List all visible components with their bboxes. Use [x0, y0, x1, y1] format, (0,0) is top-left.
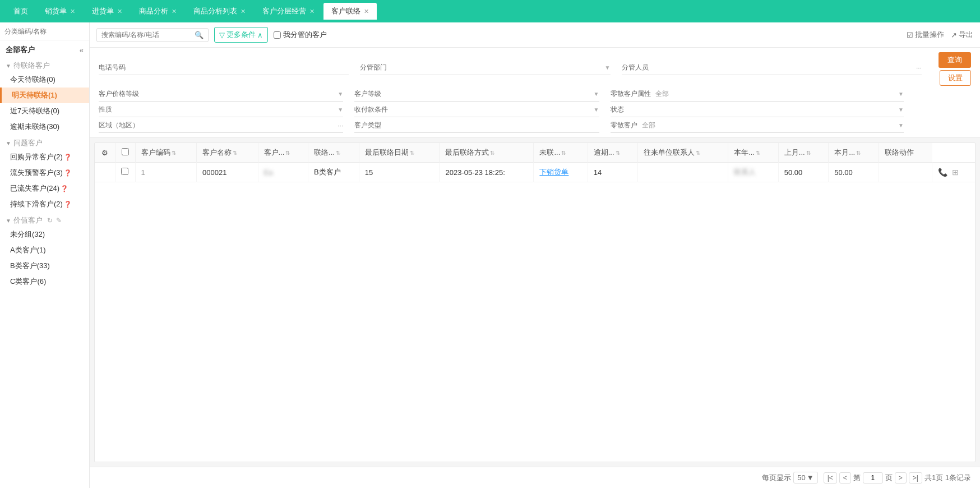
help-icon-2: ❓ [64, 169, 72, 177]
toolbar-search-input[interactable] [101, 31, 192, 39]
filter-region-dots[interactable]: ··· [338, 122, 343, 130]
th-name[interactable]: 客户名称⇅ [197, 143, 258, 163]
sidebar-item-tomorrow[interactable]: 明天待联络(1) [0, 88, 89, 103]
th-checkbox-input[interactable] [122, 148, 129, 155]
sidebar-item-churn-warning[interactable]: 流失预警客户(3) ❓ [0, 165, 89, 181]
filter-retail-attr-label: 零散客户属性 [611, 89, 651, 99]
filter-retail-customer-select[interactable]: 全部 ▼ [642, 121, 904, 130]
td-category: B类客户 [308, 163, 359, 182]
th-this-month[interactable]: 本月...⇅ [829, 143, 879, 163]
filter-payment-terms-select[interactable]: ▼ [392, 107, 599, 113]
th-last-month[interactable]: 上月...⇅ [778, 143, 829, 163]
filter-price-level-select[interactable]: ▼ [144, 91, 343, 97]
sidebar-item-ungrouped[interactable]: 未分组(32) [0, 227, 89, 242]
filter-nature-select[interactable]: ▼ [117, 107, 343, 113]
nav-customer-contact-close[interactable]: ✕ [364, 8, 369, 15]
filter-region-select[interactable]: ··· [144, 122, 343, 130]
my-customers-check[interactable]: 我分管的客户 [274, 30, 327, 40]
filter-customer-level: 客户等级 ▼ [354, 89, 599, 102]
td-row-checkbox[interactable] [121, 168, 128, 175]
th-this-year[interactable]: 本年...⇅ [728, 143, 779, 163]
settings-button[interactable]: 设置 [940, 70, 971, 86]
th-no-contact[interactable]: 未联...⇅ [534, 143, 588, 163]
last-method-link[interactable]: 下销货单 [539, 168, 568, 176]
sidebar-item-class-c[interactable]: C类客户(6) [0, 274, 89, 289]
help-icon-4: ❓ [64, 201, 72, 208]
td-checkbox[interactable] [115, 163, 135, 182]
nav-product-analysis[interactable]: 商品分析 ✕ [131, 3, 184, 20]
filter-retail-attr-arrow: ▼ [898, 91, 904, 97]
th-gear[interactable]: ⚙ [95, 143, 115, 163]
page-number-input[interactable] [863, 472, 883, 484]
nav-purchase-order[interactable]: 进货单 ✕ [84, 3, 130, 20]
sidebar-group-problem[interactable]: ▼ 问题客户 [0, 135, 89, 149]
th-contacts[interactable]: 联络...⇅ [308, 143, 359, 163]
my-customers-checkbox[interactable] [274, 31, 281, 39]
filter-row-4: 区域（地区） ··· 客户类型 零散客户 全部 ▼ [99, 121, 971, 133]
value-customer-edit[interactable]: ✎ [56, 217, 62, 224]
filter-status-arrow: ▼ [898, 107, 904, 113]
filter-manager-select[interactable]: ··· [653, 64, 922, 72]
nav-purchase-order-close[interactable]: ✕ [117, 8, 122, 15]
nav-customer-contact[interactable]: 客户联络 ✕ [323, 3, 377, 20]
filter-region-label: 区域（地区） [99, 121, 139, 130]
page-prev-btn[interactable]: < [839, 472, 851, 484]
sidebar-group-value[interactable]: ▼ 价值客户 ↻ ✎ [0, 212, 89, 227]
page-first-btn[interactable]: |< [824, 472, 837, 484]
value-customer-refresh[interactable]: ↻ [47, 217, 53, 224]
th-last-date-sort: ⇅ [410, 150, 414, 156]
nav-product-analysis-list[interactable]: 商品分析列表 ✕ [186, 3, 253, 20]
page-size-select: 每页显示 50 ▼ [762, 472, 817, 484]
th-overdue[interactable]: 逾期...⇅ [588, 143, 638, 163]
per-page-label: 每页显示 [762, 473, 791, 483]
action-grid-icon[interactable]: ⊞ [952, 168, 959, 177]
th-last-method[interactable]: 最后联络方式⇅ [440, 143, 534, 163]
filter-phone-input[interactable] [130, 64, 349, 72]
query-button[interactable]: 查询 [939, 52, 971, 68]
sidebar-item-today[interactable]: 今天待联络(0) [0, 72, 89, 88]
nav-sales-order-close[interactable]: ✕ [70, 8, 75, 15]
page-size-box[interactable]: 50 ▼ [793, 472, 817, 484]
filter-more-btn[interactable]: ▽ 更多条件 ∧ [214, 27, 268, 43]
th-contact-person[interactable]: 往来单位联系人⇅ [638, 143, 728, 163]
sidebar-item-class-b[interactable]: B类客户(33) [0, 258, 89, 274]
filter-status-select[interactable]: ▼ [628, 107, 904, 113]
sidebar-item-churned[interactable]: 已流失客户(24) ❓ [0, 181, 89, 196]
th-category[interactable]: 客户...⇅ [258, 143, 308, 163]
export-btn[interactable]: ↗ 导出 [951, 30, 973, 40]
sidebar-item-overdue[interactable]: 逾期未联络(30) [0, 119, 89, 135]
sidebar-item-7days[interactable]: 近7天待联络(0) [0, 103, 89, 119]
page-last-btn[interactable]: >| [909, 472, 922, 484]
nav-customer-tier[interactable]: 客户分层经营 ✕ [255, 3, 322, 20]
sidebar-all-customers[interactable]: 全部客户 « [0, 40, 89, 57]
nav-sales-order[interactable]: 销货单 ✕ [37, 3, 83, 20]
filter-retail-attr-select[interactable]: 全部 ▼ [655, 89, 904, 99]
nav-home[interactable]: 首页 [6, 3, 36, 20]
action-phone-icon[interactable]: 📞 [938, 168, 947, 177]
filter-manager: 分管人员 ··· [622, 63, 922, 75]
sidebar-collapse-icon[interactable]: « [80, 46, 84, 54]
th-code[interactable]: 客户编码⇅ [135, 143, 197, 163]
th-last-date[interactable]: 最后联络日期⇅ [359, 143, 440, 163]
td-this-year: 50.00 [778, 163, 829, 182]
toolbar-search-box[interactable]: 🔍 [96, 28, 209, 42]
sidebar-search-input[interactable] [4, 27, 89, 35]
th-checkbox[interactable] [115, 143, 135, 163]
filter-customer-level-select[interactable]: ▼ [386, 91, 599, 97]
toolbar-search-icon[interactable]: 🔍 [195, 31, 204, 39]
page-next-btn[interactable]: > [895, 472, 907, 484]
sidebar-group-value-arrow: ▼ [6, 218, 11, 224]
nav-product-analysis-close[interactable]: ✕ [172, 8, 177, 15]
filter-status-label: 状态 [611, 105, 624, 114]
nav-product-analysis-list-close[interactable]: ✕ [241, 8, 246, 15]
sidebar-item-repurchase-abnormal[interactable]: 回购异常客户(2) ❓ [0, 149, 89, 165]
per-page-value: 50 [797, 473, 805, 482]
sidebar-item-declining[interactable]: 持续下滑客户(2) ❓ [0, 196, 89, 212]
sidebar-group-pending[interactable]: ▼ 待联络客户 [0, 57, 89, 72]
batch-operations-btn[interactable]: ☑ 批量操作 [907, 30, 944, 40]
sidebar-item-class-a[interactable]: A类客户(1) [0, 242, 89, 258]
nav-customer-tier-close[interactable]: ✕ [309, 8, 315, 15]
filter-dept-arrow: ▼ [605, 65, 611, 71]
filter-dept-select[interactable]: ▼ [391, 65, 610, 71]
filter-manager-dots[interactable]: ··· [916, 64, 922, 72]
